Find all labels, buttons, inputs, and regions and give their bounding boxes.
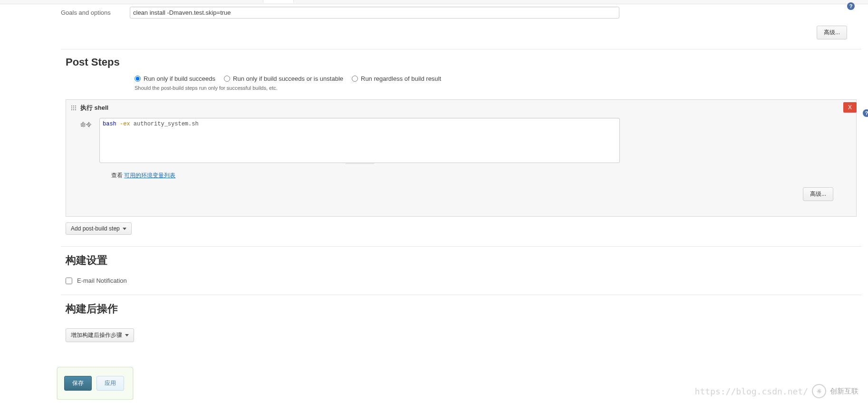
post-steps-condition: Run only if build succeeds Run only if b… xyxy=(61,75,861,82)
save-bar: 保存 应用 xyxy=(57,367,133,400)
code-token-arg: authority_system.sh xyxy=(134,121,199,127)
code-token-cmd: bash xyxy=(103,121,116,127)
see-prefix: 查看 xyxy=(111,172,124,179)
radio-succeeds[interactable] xyxy=(135,76,141,82)
add-post-build-action-button[interactable]: 增加构建后操作步骤 xyxy=(66,328,134,342)
email-notification-label: E-mail Notification xyxy=(77,277,127,284)
shell-step-title: 执行 shell xyxy=(80,104,108,112)
tabs: General 源码管理 构建触发器 构建环境 Pre Steps Build … xyxy=(57,0,426,3)
tab-build[interactable]: Build xyxy=(263,0,294,3)
tab-general[interactable]: General xyxy=(57,0,94,3)
tab-pre-steps[interactable]: Pre Steps xyxy=(221,0,263,3)
email-notification-checkbox[interactable] xyxy=(66,278,72,284)
code-token-flag: -ex xyxy=(120,121,130,127)
tab-post-steps[interactable]: Post Steps xyxy=(294,0,339,3)
step-advanced-button[interactable]: 高级... xyxy=(803,187,833,201)
post-steps-heading: Post Steps xyxy=(66,56,861,68)
delete-step-button[interactable]: X xyxy=(843,102,857,113)
save-button[interactable]: 保存 xyxy=(64,376,92,391)
radio-unstable-label: Run only if build succeeds or is unstabl… xyxy=(233,75,343,82)
drag-handle-icon[interactable] xyxy=(71,105,77,111)
help-icon[interactable]: ? xyxy=(863,109,868,117)
tab-build-settings[interactable]: 构建设置 xyxy=(339,0,379,3)
advanced-button[interactable]: 高级... xyxy=(817,26,847,39)
post-steps-hint: Should the post-build steps run only for… xyxy=(61,82,861,99)
env-vars-link[interactable]: 可用的环境变量列表 xyxy=(124,172,175,179)
tab-triggers[interactable]: 构建触发器 xyxy=(134,0,181,3)
tab-post-build-actions[interactable]: 构建后操作 xyxy=(379,0,426,3)
apply-button[interactable]: 应用 xyxy=(96,376,124,391)
build-settings-heading: 构建设置 xyxy=(66,253,861,268)
add-post-build-step-label: Add post-build step xyxy=(71,225,120,232)
command-label: 命令 xyxy=(80,118,94,129)
post-build-actions-heading: 构建后操作 xyxy=(66,302,861,316)
add-post-build-step-button[interactable]: Add post-build step xyxy=(66,222,132,235)
goals-label: Goals and options xyxy=(61,7,130,16)
shell-command-input[interactable]: bash -ex authority_system.sh xyxy=(99,118,620,163)
radio-regardless-label: Run regardless of build result xyxy=(361,75,441,82)
help-icon[interactable]: ? xyxy=(847,2,855,10)
caret-down-icon xyxy=(123,228,126,230)
shell-step-block: 执行 shell X ? 命令 bash -ex authority_syste… xyxy=(66,99,857,217)
tab-environment[interactable]: 构建环境 xyxy=(181,0,221,3)
tab-scm[interactable]: 源码管理 xyxy=(94,0,134,3)
caret-down-icon xyxy=(125,334,129,336)
radio-regardless[interactable] xyxy=(352,76,358,82)
radio-succeeds-label: Run only if build succeeds xyxy=(144,75,215,82)
goals-input[interactable] xyxy=(130,7,619,19)
add-post-build-action-label: 增加构建后操作步骤 xyxy=(71,331,122,339)
radio-unstable[interactable] xyxy=(224,76,230,82)
